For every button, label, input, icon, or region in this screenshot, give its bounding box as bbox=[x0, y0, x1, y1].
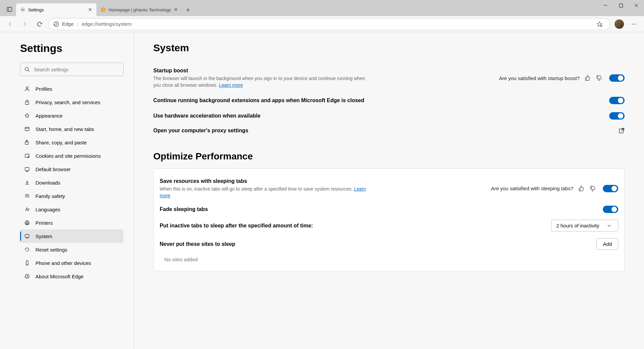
new-tab-button[interactable]: + bbox=[182, 4, 194, 16]
section-title-system: System bbox=[153, 42, 625, 54]
url-text: edge://settings/system bbox=[82, 21, 132, 27]
tab-actions-button[interactable] bbox=[3, 3, 16, 16]
thumbs-up-button[interactable] bbox=[584, 75, 591, 81]
svg-rect-27 bbox=[26, 221, 28, 222]
setting-hardware-acceleration: Use hardware acceleration when available bbox=[153, 108, 625, 124]
svg-rect-23 bbox=[25, 167, 29, 171]
svg-point-16 bbox=[26, 87, 28, 89]
tab-title: Homepage | gHacks Technology bbox=[108, 7, 171, 12]
sidebar-item-system[interactable]: System bbox=[20, 229, 124, 243]
family-icon bbox=[24, 193, 30, 199]
sidebar-item-printers[interactable]: Printers bbox=[20, 216, 124, 229]
sidebar-item-downloads[interactable]: Downloads bbox=[20, 176, 124, 189]
share-icon bbox=[24, 140, 30, 145]
setting-inactive-sleep-time: Put inactive tabs to sleep after the spe… bbox=[160, 216, 618, 235]
sidebar-item-appearance[interactable]: Appearance bbox=[20, 109, 124, 122]
setting-label: Continue running background extensions a… bbox=[153, 97, 602, 103]
window-close-button[interactable] bbox=[629, 0, 644, 11]
sidebar-item-label: System bbox=[35, 233, 52, 239]
setting-proxy[interactable]: Open your computer's proxy settings bbox=[153, 124, 625, 138]
setting-label: Save resources with sleeping tabs bbox=[160, 178, 374, 184]
site-identity[interactable]: Edge bbox=[53, 21, 74, 27]
add-site-button[interactable]: Add bbox=[596, 238, 618, 250]
svg-point-24 bbox=[25, 194, 27, 196]
settings-search[interactable] bbox=[20, 63, 124, 76]
sidebar-item-share[interactable]: Share, copy, and paste bbox=[20, 136, 124, 149]
start-icon bbox=[24, 126, 30, 132]
about-icon bbox=[24, 274, 30, 279]
dropdown-value: 2 hours of inactivity bbox=[556, 223, 599, 228]
sidebar-item-phone[interactable]: Phone and other devices bbox=[20, 256, 124, 270]
avatar bbox=[615, 19, 624, 29]
tab-settings[interactable]: Settings ✕ bbox=[16, 3, 96, 16]
svg-line-15 bbox=[28, 70, 29, 72]
privacy-icon bbox=[24, 99, 30, 105]
thumbs-up-button[interactable] bbox=[578, 185, 585, 192]
appearance-icon bbox=[24, 113, 30, 118]
hardware-acceleration-toggle[interactable] bbox=[609, 112, 625, 120]
sidebar-item-privacy[interactable]: Privacy, search, and services bbox=[20, 95, 124, 109]
sidebar-item-family[interactable]: Family safety bbox=[20, 189, 124, 203]
fade-sleeping-tabs-toggle[interactable] bbox=[603, 206, 618, 213]
sidebar-item-default[interactable]: Default browser bbox=[20, 162, 124, 176]
tab-strip: Settings ✕ Homepage | gHacks Technology … bbox=[16, 3, 194, 16]
sidebar-item-start[interactable]: Start, home, and new tabs bbox=[20, 122, 124, 136]
close-tab-button[interactable]: ✕ bbox=[88, 7, 92, 13]
sleeping-tabs-toggle[interactable] bbox=[603, 185, 618, 192]
app-menu-button[interactable] bbox=[628, 18, 640, 30]
sidebar-item-cookies[interactable]: Cookies and site permissions bbox=[20, 149, 124, 162]
sidebar-item-label: Family safety bbox=[35, 193, 65, 199]
sidebar-item-label: Downloads bbox=[35, 180, 60, 186]
setting-startup-boost: Startup boost The browser will launch in… bbox=[153, 64, 625, 93]
setting-description: The browser will launch in the backgroun… bbox=[153, 75, 368, 89]
thumbs-down-button[interactable] bbox=[589, 185, 596, 192]
favorite-button[interactable] bbox=[593, 18, 606, 30]
phone-icon bbox=[24, 260, 30, 266]
sidebar-item-label: Profiles bbox=[35, 86, 52, 92]
window-minimize-button[interactable] bbox=[598, 0, 613, 11]
sidebar-item-reset[interactable]: Reset settings bbox=[20, 243, 124, 256]
window-maximize-button[interactable] bbox=[613, 0, 629, 11]
sidebar-item-label: Reset settings bbox=[35, 247, 67, 253]
startup-boost-toggle[interactable] bbox=[609, 74, 625, 82]
tab-title: Settings bbox=[28, 7, 44, 12]
search-icon bbox=[24, 67, 30, 72]
sidebar-item-label: Appearance bbox=[35, 113, 63, 119]
profile-button[interactable] bbox=[613, 18, 625, 30]
background-extensions-toggle[interactable] bbox=[609, 97, 625, 104]
sidebar-item-label: Languages bbox=[35, 207, 60, 212]
setting-label: Startup boost bbox=[153, 68, 368, 74]
tab-ghacks[interactable]: Homepage | gHacks Technology ✕ bbox=[96, 3, 182, 16]
browser-toolbar: Edge | edge://settings/system bbox=[0, 16, 644, 32]
separator: | bbox=[77, 21, 78, 27]
sidebar-item-label: Phone and other devices bbox=[35, 260, 91, 266]
window-title-bar: Settings ✕ Homepage | gHacks Technology … bbox=[0, 0, 644, 16]
back-button[interactable] bbox=[4, 18, 16, 30]
feedback-question: Are you satisified with sleeping tabs? bbox=[491, 186, 573, 191]
sidebar-item-languages[interactable]: Languages bbox=[20, 203, 124, 216]
learn-more-link[interactable]: Learn more bbox=[219, 82, 243, 88]
forward-button[interactable] bbox=[19, 18, 31, 30]
setting-label: Open your computer's proxy settings bbox=[153, 128, 612, 134]
profiles-icon bbox=[24, 86, 30, 91]
sidebar-item-label: Default browser bbox=[35, 166, 71, 172]
address-bar[interactable]: Edge | edge://settings/system bbox=[48, 18, 611, 30]
thumbs-down-button[interactable] bbox=[596, 75, 602, 81]
svg-point-2 bbox=[22, 9, 23, 10]
sidebar-item-label: About Microsoft Edge bbox=[35, 274, 83, 279]
setting-label: Use hardware acceleration when available bbox=[153, 113, 602, 119]
sleep-time-dropdown[interactable]: 2 hours of inactivity bbox=[551, 220, 618, 231]
feedback-question: Are you satisfied with startup boost? bbox=[499, 75, 580, 81]
svg-point-14 bbox=[25, 67, 28, 71]
search-input[interactable] bbox=[34, 67, 119, 72]
empty-sites-message: No sites added bbox=[160, 253, 618, 262]
refresh-button[interactable] bbox=[33, 18, 46, 30]
sidebar-item-label: Start, home, and new tabs bbox=[35, 126, 94, 132]
close-tab-button[interactable]: ✕ bbox=[174, 7, 178, 13]
sidebar-item-about[interactable]: About Microsoft Edge bbox=[20, 270, 124, 283]
sidebar-item-label: Printers bbox=[35, 220, 53, 226]
svg-point-11 bbox=[632, 23, 633, 24]
optimize-performance-card: Save resources with sleeping tabs When t… bbox=[153, 168, 625, 272]
sidebar-item-label: Privacy, search, and services bbox=[35, 99, 100, 105]
sidebar-item-profiles[interactable]: Profiles bbox=[20, 82, 124, 95]
